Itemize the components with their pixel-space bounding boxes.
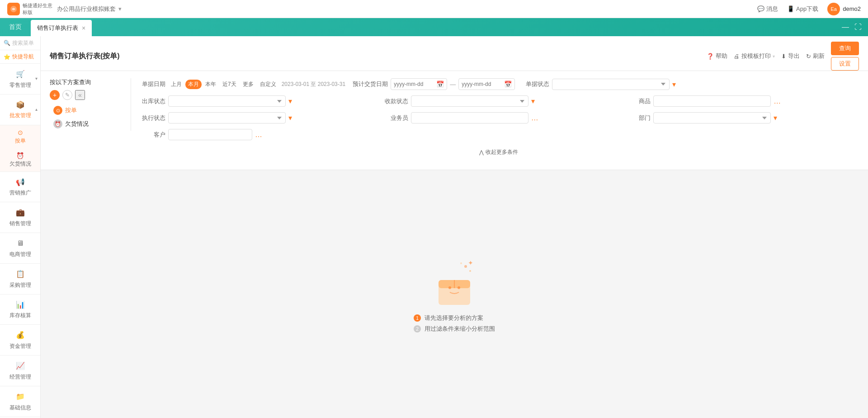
refresh-button[interactable]: ↻ 刷新 <box>806 52 825 60</box>
user-info[interactable]: Ea demo2 <box>827 3 861 15</box>
product-more-icon[interactable]: … <box>774 98 781 105</box>
exec-select[interactable]: 未执行 部分执行 全部执行 <box>168 112 286 124</box>
edit-plan-button[interactable]: ✎ <box>62 90 72 100</box>
exec-dropdown-icon[interactable]: ▾ <box>288 114 292 122</box>
message-label: 消息 <box>766 5 778 13</box>
status-label: 单据状态 <box>522 80 549 88</box>
sidebar-item-wholesale[interactable]: 📦 批发管理 ▴ <box>0 95 40 125</box>
customer-label: 客户 <box>138 131 165 139</box>
filter-tab-custom[interactable]: 自定义 <box>257 80 279 89</box>
sidebar-item-inventory[interactable]: 📊 库存核算 <box>0 294 40 325</box>
basic-icon: 📁 <box>16 391 25 403</box>
status-select[interactable]: 草稿 已审核 已关闭 <box>552 79 670 90</box>
shipment-select[interactable]: 未出库 部分出库 全部出库 <box>168 95 286 107</box>
sidebar-item-finance[interactable]: 💰 资金管理 <box>0 325 40 356</box>
search-input[interactable] <box>12 40 39 46</box>
top-bar: 畅捷通好生意 标版 办公用品行业模拟账套 ▾ 💬 消息 📱 App下载 Ea d… <box>0 0 868 18</box>
dept-dropdown-icon[interactable]: ▾ <box>774 114 777 122</box>
sidebar-label-basic: 基础信息 <box>9 404 31 412</box>
sidebar-label-marketing: 营销推广 <box>9 189 31 197</box>
filter-row-2: 出库状态 未出库 部分出库 全部出库 ▾ 收款状态 <box>138 95 859 107</box>
calendar-to-icon[interactable]: 📅 <box>504 81 512 88</box>
filter-group-exec: 执行状态 未执行 部分执行 全部执行 ▾ <box>138 112 374 124</box>
filter-group-salesperson: 业务员 … <box>381 112 617 124</box>
expected-date-to[interactable] <box>462 81 502 87</box>
sidebar-item-retail[interactable]: 🛒 零售管理 ▾ <box>0 64 40 95</box>
payment-dropdown-icon[interactable]: ▾ <box>531 97 535 105</box>
plan-icon-order: ⊙ <box>53 106 62 115</box>
sidebar-item-operation[interactable]: 📈 经营管理 <box>0 356 40 386</box>
message-button[interactable]: 💬 消息 <box>757 5 778 13</box>
plan-item-order[interactable]: ⊙ 按单 <box>50 104 123 117</box>
status-expand-icon[interactable]: ▾ <box>672 80 676 89</box>
sidebar-item-ecommerce[interactable]: 🖥 电商管理 <box>0 233 40 264</box>
collapse-bar[interactable]: ⋀ 收起更多条件 <box>138 146 859 157</box>
customer-input[interactable] <box>168 129 252 140</box>
top-bar-right: 💬 消息 📱 App下载 Ea demo2 <box>757 3 861 15</box>
breadcrumb-area: 办公用品行业模拟账套 ▾ <box>57 5 122 13</box>
salesperson-more-icon[interactable]: … <box>531 114 538 122</box>
plan-item-debt[interactable]: ⏰ 欠货情况 <box>50 117 123 131</box>
payment-select[interactable]: 未收款 部分收款 全部收款 <box>411 95 528 107</box>
add-plan-button[interactable]: + <box>50 90 60 100</box>
tab-sales-order[interactable]: 销售订单执行表 × <box>31 20 92 36</box>
ecommerce-icon: 🖥 <box>17 238 24 249</box>
marketing-icon: 📢 <box>16 176 25 188</box>
sidebar-sub-item-debt[interactable]: ⏰ 欠货情况 <box>0 148 40 171</box>
filter-tab-last-month[interactable]: 上月 <box>168 80 184 89</box>
filter-plan-side: 按以下方案查询 + ✎ « ⊙ 按单 ⏰ 欠货情况 <box>50 78 131 131</box>
empty-illustration: ✦ <box>427 255 481 309</box>
sidebar-search[interactable]: 🔍 <box>0 36 40 50</box>
wholesale-icon: 📦 <box>16 99 25 111</box>
filter-date-range: 2023-03-01 至 2023-03-31 <box>282 81 345 88</box>
date-dash: — <box>450 81 456 88</box>
filter-group-date: 单据日期 上月 本月 本年 近7天 更多 自定义 2023-03-01 至 20… <box>138 80 345 89</box>
collapse-plan-button[interactable]: « <box>75 90 85 100</box>
debt-icon: ⏰ <box>16 152 24 159</box>
sales-icon: 💼 <box>16 207 25 218</box>
page-header: 销售订单执行表(按单) ❓ 帮助 🖨 按模板打印 ▾ ⬇ 导出 ↻ 刷新 <box>41 36 868 71</box>
breadcrumb-dropdown-icon[interactable]: ▾ <box>118 5 122 12</box>
salesperson-label: 业务员 <box>381 114 408 122</box>
sidebar-item-purchase[interactable]: 📋 采购管理 <box>0 264 40 294</box>
export-button[interactable]: ⬇ 导出 <box>781 52 800 60</box>
shipment-label: 出库状态 <box>138 97 165 105</box>
hint-num-1: 1 <box>414 314 421 322</box>
inventory-icon: 📊 <box>16 299 25 311</box>
shipment-dropdown-icon[interactable]: ▾ <box>288 97 292 105</box>
sidebar-label-ecommerce: 电商管理 <box>9 250 31 259</box>
sidebar-item-marketing[interactable]: 📢 营销推广 <box>0 172 40 203</box>
filter-tab-this-month[interactable]: 本月 <box>185 80 202 89</box>
filter-row-3: 执行状态 未执行 部分执行 全部执行 ▾ 业务员 <box>138 112 859 124</box>
svg-point-6 <box>460 262 462 264</box>
app-download-button[interactable]: 📱 App下载 <box>787 5 818 13</box>
filter-side-title: 按以下方案查询 <box>50 78 123 86</box>
dept-select[interactable] <box>653 112 771 124</box>
filter-tab-last7[interactable]: 近7天 <box>220 80 239 89</box>
date-from-wrap: 📅 <box>391 78 447 90</box>
filter-group-shipment: 出库状态 未出库 部分出库 全部出库 ▾ <box>138 95 374 107</box>
sidebar-label-finance: 资金管理 <box>9 342 31 351</box>
filter-tab-this-year[interactable]: 本年 <box>203 80 219 89</box>
tab-maximize-button[interactable]: ⛶ <box>853 21 863 33</box>
filter-tab-more[interactable]: 更多 <box>240 80 256 89</box>
tab-close-icon[interactable]: × <box>82 24 85 32</box>
sidebar-sub-item-order[interactable]: ⊙ 按单 <box>0 125 40 148</box>
filter-row-4: 客户 … <box>138 129 859 140</box>
print-label: 按模板打印 <box>741 52 771 60</box>
print-button[interactable]: 🖨 按模板打印 ▾ <box>734 52 775 60</box>
sidebar-item-sales[interactable]: 💼 销售管理 <box>0 202 40 233</box>
quick-nav-item[interactable]: ⭐ 快捷导航 <box>0 50 40 64</box>
product-input[interactable] <box>653 95 771 107</box>
help-button[interactable]: ❓ 帮助 <box>707 52 727 60</box>
salesperson-input[interactable] <box>411 112 528 124</box>
query-button[interactable]: 查询 <box>831 42 859 55</box>
customer-more-icon[interactable]: … <box>255 131 262 138</box>
tab-home[interactable]: 首页 <box>0 18 31 36</box>
calendar-from-icon[interactable]: 📅 <box>436 81 444 88</box>
settings-button[interactable]: 设置 <box>831 57 859 71</box>
sidebar-item-basic[interactable]: 📁 基础信息 <box>0 386 40 417</box>
bookmark-icon: ⭐ <box>4 54 10 60</box>
tab-minimize-button[interactable]: — <box>840 21 851 33</box>
expected-date-from[interactable] <box>394 81 434 87</box>
